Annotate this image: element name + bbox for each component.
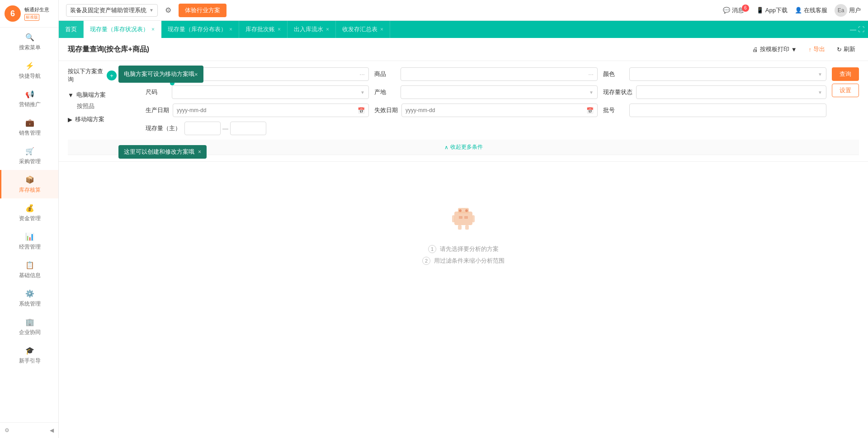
refresh-icon: ↻ <box>837 46 842 53</box>
sidebar-item-enterprise[interactable]: 🏢 企业协同 <box>0 312 58 341</box>
sidebar-item-search-menu[interactable]: 🔍 搜索菜单 <box>0 28 58 56</box>
search-menu-icon: 🔍 <box>25 32 35 42</box>
sidebar-item-sales[interactable]: 💼 销售管理 <box>0 113 58 141</box>
stock-qty-label: 现存量（主） <box>146 124 181 132</box>
sidebar-item-system[interactable]: ⚙️ 系统管理 <box>0 284 58 312</box>
tab-io-flow[interactable]: 出入库流水 × <box>288 21 336 38</box>
online-support-btn[interactable]: 👤 在线客服 <box>795 6 827 14</box>
scheme-hint-close[interactable]: × <box>198 149 201 155</box>
search-btn[interactable]: 查询 <box>832 67 859 81</box>
tab-inventory-status-close[interactable]: × <box>151 26 155 33</box>
quick-nav-icon: ⚡ <box>25 61 35 71</box>
tab-inventory-dist[interactable]: 现存量（库存分布表） × <box>161 21 239 38</box>
filter-label: 按以下方案查询 <box>68 67 103 84</box>
sidebar-label-guide: 新手引导 <box>19 357 41 365</box>
inventory-icon: 📦 <box>25 174 35 184</box>
tab-inventory-dist-close[interactable]: × <box>229 26 232 33</box>
tab-io-flow-close[interactable]: × <box>326 26 329 33</box>
scheme-group-desktop: ▼ 电脑端方案 按照品 <box>68 89 140 112</box>
color-select[interactable]: ▼ <box>629 67 826 81</box>
sidebar-item-basic-info[interactable]: 📋 基础信息 <box>0 255 58 284</box>
export-icon: ↑ <box>809 46 812 53</box>
sidebar-item-finance[interactable]: 💰 资金管理 <box>0 198 58 227</box>
product-select[interactable]: ··· <box>401 67 598 81</box>
sidebar-item-purchase[interactable]: 🛒 采购管理 <box>0 141 58 170</box>
tab-receive-send[interactable]: 收发存汇总表 × <box>336 21 390 38</box>
stock-qty-from[interactable] <box>184 122 221 135</box>
page-content: 现存量查询(按仓库+商品) 🖨 按模板打印 ▼ ↑ 导出 ↻ 刷新 <box>59 38 868 438</box>
phone-icon: 📱 <box>756 7 764 14</box>
print-btn[interactable]: 🖨 按模板打印 ▼ <box>749 43 801 55</box>
scheme-dropdown-close[interactable]: × <box>194 71 198 78</box>
app-download-btn[interactable]: 📱 App下载 <box>756 6 788 14</box>
basic-info-icon: 📋 <box>25 260 35 270</box>
expiry-date-from[interactable] <box>406 107 585 113</box>
system-select[interactable]: 装备及固定资产辅助管理系统 ▼ <box>66 4 158 17</box>
print-label: 按模板打印 <box>760 45 789 53</box>
collapse-sidebar-icon[interactable]: ◀ <box>50 427 54 433</box>
sidebar-item-marketing[interactable]: 📢 营销推广 <box>0 85 58 113</box>
origin-select[interactable]: ▼ <box>401 85 598 99</box>
page-inner: 现存量查询(按仓库+商品) 🖨 按模板打印 ▼ ↑ 导出 ↻ 刷新 <box>59 38 868 438</box>
size-select[interactable]: ▼ <box>172 85 369 99</box>
field-production-date: 生产日期 📅 <box>146 104 369 117</box>
expiry-date-input[interactable]: 📅 <box>401 104 598 117</box>
tab-maximize-btn[interactable]: ⛶ <box>858 26 864 33</box>
production-date-input[interactable]: 📅 <box>173 104 369 117</box>
user-btn[interactable]: Ea 用户 <box>835 4 861 17</box>
scheme-group-mobile-header[interactable]: ▶ 移动端方案 <box>68 113 140 125</box>
empty-illustration <box>445 198 481 234</box>
tab-minimize-btn[interactable]: — <box>850 26 856 33</box>
stock-qty-to[interactable] <box>230 122 266 135</box>
stock-status-select[interactable]: ▼ <box>636 85 826 99</box>
sidebar-label-finance: 资金管理 <box>19 215 41 222</box>
filter-fields: 仓库 ··· 商品 ··· <box>146 67 826 140</box>
field-expiry-date: 失效日期 📅 <box>374 104 598 117</box>
production-date-calendar-icon[interactable]: 📅 <box>358 107 365 114</box>
main-area: 装备及固定资产辅助管理系统 ▼ ⚙ 体验行业方案 💬 消息 6 📱 App下载 … <box>59 0 868 438</box>
tab-home[interactable]: 首页 <box>59 21 84 38</box>
scheme-dropdown: 电脑方案可设为移动方案哦 × <box>118 66 203 83</box>
sidebar-item-operations[interactable]: 📊 经营管理 <box>0 227 58 255</box>
scheme-item-desktop[interactable]: 按照品 <box>68 101 140 112</box>
sidebar-item-quick-nav[interactable]: ⚡ 快捷导航 <box>0 56 58 85</box>
desktop-group-arrow: ▼ <box>68 92 74 99</box>
sidebar-item-inventory[interactable]: 📦 库存核算 <box>0 170 58 198</box>
refresh-btn[interactable]: ↻ 刷新 <box>833 43 859 55</box>
tab-batch-account-close[interactable]: × <box>278 26 281 33</box>
industry-btn[interactable]: 体验行业方案 <box>179 4 226 17</box>
sidebar-label-system: 系统管理 <box>19 300 41 308</box>
svg-rect-4 <box>452 215 455 222</box>
export-btn[interactable]: ↑ 导出 <box>805 43 829 55</box>
tip-num-2: 2 <box>422 257 430 265</box>
add-scheme-btn[interactable]: + <box>107 71 117 80</box>
tab-inventory-status-label: 现存量（库存状况表） <box>90 25 149 33</box>
batch-input[interactable] <box>629 104 826 117</box>
sidebar-item-guide[interactable]: 🎓 新手引导 <box>0 341 58 369</box>
reset-btn[interactable]: 设置 <box>832 84 859 97</box>
size-label: 尺码 <box>146 88 168 96</box>
tab-batch-account[interactable]: 库存批次账 × <box>239 21 288 38</box>
notifications-btn[interactable]: 💬 消息 6 <box>723 6 749 14</box>
scheme-group-desktop-header[interactable]: ▼ 电脑端方案 <box>68 89 140 101</box>
svg-point-3 <box>465 209 468 212</box>
header-settings-icon[interactable]: ⚙ <box>165 6 171 14</box>
enterprise-icon: 🏢 <box>25 317 35 327</box>
tab-inventory-dist-label: 现存量（库存分布表） <box>168 25 226 33</box>
tip-text-2: 用过滤条件来缩小分析范围 <box>434 257 505 265</box>
sidebar-bottom: ⚙ ◀ <box>0 422 58 438</box>
product-dots[interactable]: ··· <box>588 71 594 78</box>
expiry-date-calendar-icon[interactable]: 📅 <box>586 107 594 114</box>
sidebar-label-purchase: 采购管理 <box>19 158 41 165</box>
tab-receive-send-close[interactable]: × <box>380 26 383 33</box>
svg-rect-7 <box>465 225 469 230</box>
production-date-from[interactable] <box>177 107 356 113</box>
field-color: 颜色 ▼ <box>603 67 826 81</box>
tab-inventory-status[interactable]: 现存量（库存状况表） × <box>84 21 161 38</box>
range-dash: — <box>222 125 228 132</box>
settings-bottom-icon[interactable]: ⚙ <box>5 427 9 433</box>
page-actions: 🖨 按模板打印 ▼ ↑ 导出 ↻ 刷新 <box>749 43 859 55</box>
product-label: 商品 <box>374 70 397 78</box>
warehouse-dots[interactable]: ··· <box>359 71 365 78</box>
sidebar-label-enterprise: 企业协同 <box>19 329 41 336</box>
